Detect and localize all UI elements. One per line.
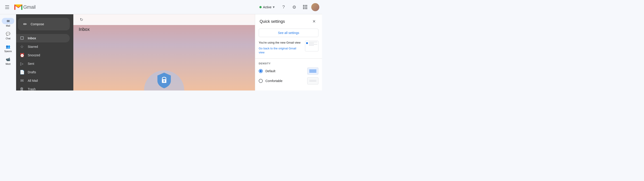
nav-item-trash[interactable]: 🗑 Trash [16,85,70,90]
preview-lines [309,42,317,46]
density-label: DENSITY [259,62,318,65]
all-mail-icon: ✉ [20,78,24,83]
avatar[interactable] [311,3,319,11]
density-default-label: Default [266,69,304,73]
density-default-radio[interactable] [259,69,263,73]
sidebar-item-mail[interactable]: ✉ Mail [0,16,16,29]
inbox-title: Inbox [73,25,95,32]
nav-item-all-mail[interactable]: ✉ All Mail [16,76,70,85]
new-gmail-section: You're using the new Gmail view Go back … [255,41,322,58]
meet-icon: 📹 [6,57,10,62]
meet-pill: 📹 [2,56,14,62]
nav-inbox-label: Inbox [28,36,36,40]
density-comfortable-preview [307,77,318,84]
chat-pill: 💬 [2,30,14,37]
settings-button[interactable]: ⚙ [290,3,299,12]
compose-icon: ✏ [23,22,27,27]
header-right: Active ▾ ? ⚙ [257,3,319,12]
nav-item-inbox[interactable]: ☐ Inbox [16,34,70,42]
main-toolbar: ↻ [73,14,255,25]
star-icon: ☆ [20,44,24,49]
nav-item-sent[interactable]: ▷ Sent [16,60,70,68]
spaces-pill: 👥 [2,43,14,50]
sidebar-icon-strip: ✉ Mail 💬 Chat 👥 Spaces 📹 Meet [0,14,16,90]
nav-trash-label: Trash [28,87,36,91]
inbox-icon: ☐ [20,36,24,41]
sidebar-mail-label: Mail [6,24,10,27]
gmail-preview-box [305,41,318,52]
see-all-settings-button[interactable]: See all settings [259,28,318,37]
sidebar-item-meet[interactable]: 📹 Meet [0,54,16,67]
sidebar-item-spaces[interactable]: 👥 Spaces [0,42,16,54]
nav-item-snoozed[interactable]: ⏰ Snoozed [16,51,70,60]
sidebar-item-chat[interactable]: 💬 Chat [0,29,16,42]
nav-all-mail-label: All Mail [28,79,38,82]
nav-drawer: ✏ Compose ☐ Inbox ☆ Starred ⏰ Snoozed ▷ … [16,14,73,90]
nav-sent-label: Sent [28,62,34,66]
go-back-link[interactable]: Go back to the original Gmail view [259,47,296,54]
quick-settings-title: Quick settings [260,19,285,24]
gmail-m-icon [14,4,22,10]
shield-lock-icon [156,72,172,90]
density-comfortable-radio[interactable] [259,79,263,83]
chevron-down-icon: ▾ [273,5,274,9]
close-icon: ✕ [312,19,316,24]
lock-bg-circle [144,70,184,90]
spaces-icon: 👥 [6,44,10,49]
density-default-preview [307,68,318,75]
sidebar-chat-label: Chat [6,37,10,40]
help-icon: ? [282,4,285,10]
lock-illustration [142,50,186,90]
density-section: DENSITY Default Comfortable [255,58,322,90]
refresh-button[interactable]: ↻ [77,15,86,24]
hamburger-icon [5,5,9,9]
quick-settings-panel: Quick settings ✕ See all settings You're… [255,14,322,90]
preview-dot [306,42,308,44]
sidebar-meet-label: Meet [6,63,10,65]
gmail-text-label: Gmail [23,4,36,10]
gear-icon: ⚙ [292,4,296,10]
header: Gmail Active ▾ ? ⚙ [0,0,322,14]
compose-label: Compose [31,22,44,26]
nav-item-starred[interactable]: ☆ Starred [16,42,70,51]
drafts-icon: 📄 [20,70,24,75]
snooze-icon: ⏰ [20,53,24,58]
help-button[interactable]: ? [279,3,288,12]
mail-pill: ✉ [2,18,14,24]
sidebar-spaces-label: Spaces [4,50,12,52]
trash-icon: 🗑 [20,87,24,90]
sent-icon: ▷ [20,61,24,66]
main-content: ↻ Inbox [73,14,255,90]
gmail-logo: Gmail [14,4,36,10]
grid-icon [303,5,307,9]
nav-snoozed-label: Snoozed [28,54,40,57]
chat-icon: 💬 [6,32,10,36]
active-status-button[interactable]: Active ▾ [257,4,277,10]
mail-icon: ✉ [7,19,10,23]
density-option-comfortable[interactable]: Comfortable [259,77,318,84]
header-left: Gmail [3,3,36,12]
quick-settings-close-button[interactable]: ✕ [310,18,318,25]
active-dot-icon [260,6,262,8]
density-option-default[interactable]: Default [259,68,318,75]
compose-button[interactable]: ✏ Compose [18,18,70,30]
main-background [73,32,255,90]
apps-button[interactable] [300,3,310,12]
active-label: Active [263,5,272,9]
nav-starred-label: Starred [28,45,38,48]
refresh-icon: ↻ [80,17,83,22]
nav-item-drafts[interactable]: 📄 Drafts [16,68,70,76]
quick-settings-header: Quick settings ✕ [255,14,322,28]
menu-icon-button[interactable] [3,3,12,12]
density-comfortable-label: Comfortable [266,79,304,83]
nav-drafts-label: Drafts [28,70,36,74]
